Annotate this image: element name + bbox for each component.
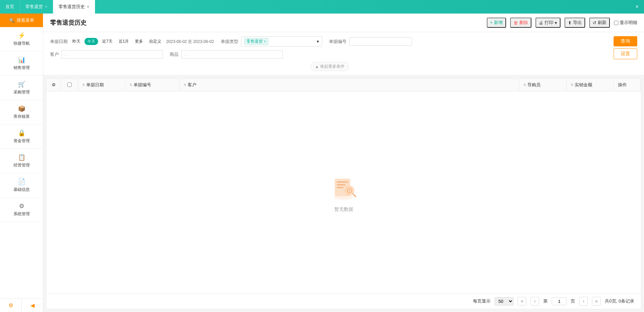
filter-settings-button[interactable]: 设置 [614,48,637,59]
purchase-icon: 🛒 [18,81,25,88]
date-range: 2023-06-02 至 2023-06-02 [166,39,214,45]
per-page-label: 每页显示 [473,298,491,304]
tab-retail-return[interactable]: 零售退货 × [20,0,53,14]
refresh-button[interactable]: ↺ 刷新 [589,18,610,28]
empty-text: 暂无数据 [334,206,353,213]
th-checkbox[interactable] [61,79,78,91]
doctype-select[interactable]: 零售退货 × ▾ [241,36,322,47]
tab-list: 首页 零售退货 × 零售退货历史 × [0,0,630,14]
date-custom[interactable]: 自定义 [147,38,163,45]
query-button[interactable]: 查询 [614,36,637,46]
sidebar-item-sales-mgmt[interactable]: 📊 销售管理 [0,51,43,76]
page-label: 第 [543,298,548,304]
tab-home[interactable]: 首页 [0,0,20,14]
empty-state: 暂无数据 [315,158,373,226]
doctype-chevron-icon: ▾ [317,39,319,44]
sort-icon-3: ⇅ [184,83,186,87]
filter-row-1: 单据日期 昨天 今天 近7天 近1月 更多 自定义 2023-06-02 至 2… [50,36,610,47]
date-more[interactable]: 更多 [133,38,145,45]
settings-gear-icon: ⚙ [8,302,13,309]
th-doc-number[interactable]: ⇅ 单据编号 [125,79,180,91]
sort-icon-4: ⇅ [523,83,526,87]
prev-page-button[interactable]: ‹ [530,297,539,306]
doc-number-input[interactable] [349,37,412,46]
delete-button[interactable]: 🗑 删除 [510,18,531,28]
collapse-button[interactable]: ▲ 收起更多条件 [311,62,349,71]
inventory-icon: 📦 [18,105,25,112]
content-area: 零售退货历史 + 新增 🗑 删除 🖨 打印 ▾ ⬆ 导出 [43,14,644,312]
sidebar-item-system-mgmt[interactable]: ⚙ 系统管理 [0,198,43,222]
doctype-tag: 零售退货 × [244,38,268,45]
th-actual-amount[interactable]: ⇅ 实销金额 [567,79,614,91]
filter-doctype-group: 单据类型 零售退货 × ▾ [221,36,322,47]
export-icon: ⬆ [568,20,572,25]
sidebar-items: ⚡ 快捷导航 📊 销售管理 🛒 采购管理 📦 库存核算 🔒 资金管理 📋 [0,27,43,298]
sidebar: 🔍 搜索菜单 ⚡ 快捷导航 📊 销售管理 🛒 采购管理 📦 库存核算 🔒 [0,14,43,312]
th-customer[interactable]: ⇅ 客户 [180,79,519,91]
table-header: ⚙ ⇅ 单据日期 ⇅ 单据编号 ⇅ 客户 ⇅ [46,79,641,91]
sales-icon: 📊 [18,56,25,64]
sidebar-item-inventory[interactable]: 📦 库存核算 [0,100,43,125]
delete-icon: 🗑 [514,20,518,25]
date-today[interactable]: 今天 [85,38,98,45]
filter-goods-group: 商品 … [170,50,283,59]
doctype-tag-close-icon[interactable]: × [264,40,266,43]
th-settings[interactable]: ⚙ [46,79,61,91]
page-unit: 页 [571,298,575,304]
new-button[interactable]: + 新增 [487,18,506,28]
date-last7[interactable]: 近7天 [100,38,115,45]
tab-retail-return-history-close-icon[interactable]: × [87,4,89,9]
filter-docnumber-group: 单据编号 [329,37,412,46]
total-info: 共0页, 0条记录 [605,298,634,304]
show-detail-checkbox[interactable] [614,21,618,25]
operations-icon: 📋 [18,154,25,161]
page-title: 零售退货历史 [50,19,87,27]
date-last1m[interactable]: 近1月 [117,38,131,45]
goods-select[interactable]: … [181,50,283,59]
svg-rect-3 [337,184,345,185]
page-header: 零售退货历史 + 新增 🗑 删除 🖨 打印 ▾ ⬆ 导出 [43,14,644,32]
th-guide[interactable]: ⇅ 导购员 [519,79,567,91]
sidebar-item-operations[interactable]: 📋 经营管理 [0,149,43,173]
sidebar-item-finance[interactable]: 🔒 资金管理 [0,125,43,149]
select-all-checkbox[interactable] [67,83,72,87]
sidebar-collapse-button[interactable]: ◀ [22,299,43,312]
date-yesterday[interactable]: 昨天 [70,38,82,45]
system-icon: ⚙ [19,202,24,210]
print-button[interactable]: 🖨 打印 ▾ [535,18,560,28]
svg-rect-2 [337,181,348,183]
sidebar-settings-button[interactable]: ⚙ [0,299,22,312]
window-close-icon[interactable]: × [630,4,644,10]
sidebar-item-basic-info[interactable]: 📄 基础信息 [0,173,43,198]
sort-icon-2: ⇅ [129,83,132,87]
tab-retail-return-history[interactable]: 零售退货历史 × [53,0,95,14]
th-doc-date[interactable]: ⇅ 单据日期 [78,79,125,91]
quick-nav-icon: ⚡ [18,32,25,39]
first-page-button[interactable]: « [518,297,526,306]
sidebar-item-quick-nav[interactable]: ⚡ 快捷导航 [0,27,43,51]
table-container: ⚙ ⇅ 单据日期 ⇅ 单据编号 ⇅ 客户 ⇅ [46,78,641,309]
sidebar-search[interactable]: 🔍 搜索菜单 [0,14,43,27]
pagination-bar: 每页显示 50 10 20 100 « ‹ 第 页 › » 共0页, 0条记录 [46,293,641,309]
filter-rows-and-buttons: 单据日期 昨天 今天 近7天 近1月 更多 自定义 2023-06-02 至 2… [50,36,637,71]
th-operation: 操作 [614,79,641,91]
filter-buttons: 查询 设置 [614,36,637,71]
top-bar: 首页 零售退货 × 零售退货历史 × × [0,0,644,14]
page-actions: + 新增 🗑 删除 🖨 打印 ▾ ⬆ 导出 ↺ 刷新 [487,18,637,28]
filter-customer-group: 客户 … [50,50,163,59]
sidebar-item-purchase-mgmt[interactable]: 🛒 采购管理 [0,76,43,100]
export-button[interactable]: ⬆ 导出 [565,18,585,28]
svg-line-7 [353,194,356,197]
page-input[interactable] [552,297,567,305]
show-detail-label: 显示明细 [614,20,637,26]
filter-main: 单据日期 昨天 今天 近7天 近1月 更多 自定义 2023-06-02 至 2… [50,36,610,71]
filter-date-group: 单据日期 昨天 今天 近7天 近1月 更多 自定义 2023-06-02 至 2… [50,38,214,45]
print-chevron-icon: ▾ [555,20,557,25]
sort-icon: ⇅ [82,83,85,87]
next-page-button[interactable]: › [579,297,588,306]
tab-retail-return-close-icon[interactable]: × [45,4,47,9]
customer-select[interactable]: … [62,50,163,59]
per-page-select[interactable]: 50 10 20 100 [495,297,514,306]
last-page-button[interactable]: » [592,297,601,306]
basic-info-icon: 📄 [18,178,25,185]
